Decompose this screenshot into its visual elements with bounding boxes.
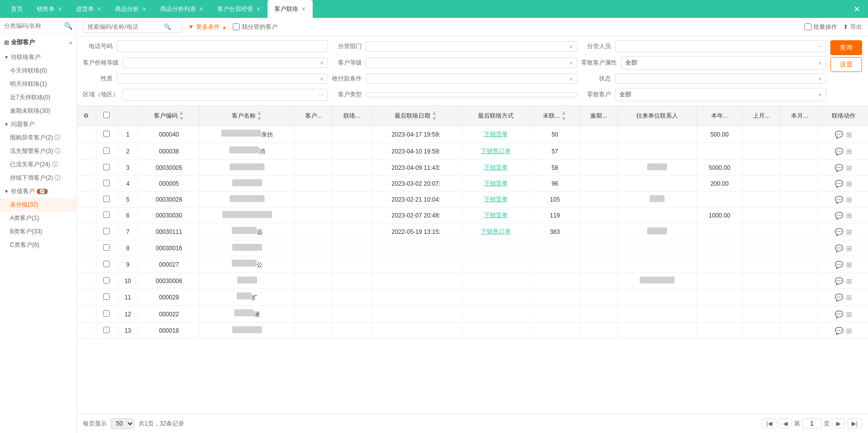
contact-method-link[interactable]: 下销货单 [484,131,508,138]
sidebar-item-tomorrow[interactable]: 明天待联络(1) [0,77,76,91]
batch-operation-btn[interactable]: 批量操作 [804,23,837,31]
sidebar-item-churn-warning[interactable]: 流失预警客户(3) ⓘ [0,144,76,158]
th-contact-action[interactable]: 联络动作 [819,106,868,126]
th-overdue[interactable]: 逾期... [580,106,618,126]
sidebar-item-churned[interactable]: 已流失客户(24) ⓘ [0,158,76,171]
sidebar-section-problem[interactable]: ▼ 问题客户 [0,118,76,131]
select-all-checkbox[interactable] [103,112,110,118]
th-customer-type[interactable]: 客户... [294,106,333,126]
th-last-contact-method[interactable]: 最后联络方式 [461,106,530,126]
td-checkbox[interactable] [96,143,117,160]
row-checkbox[interactable] [103,147,110,154]
prev-page-btn[interactable]: ◀ [779,419,792,429]
sidebar-item-class-c[interactable]: C类客户(6) [0,238,76,252]
comment-icon[interactable]: 💬 [835,277,843,285]
th-last-contact-date[interactable]: 最后联络日期 ▲▼ [371,106,461,126]
window-close-button[interactable]: ✕ [850,4,864,14]
row-checkbox[interactable] [103,310,110,317]
contact-method-link[interactable]: 下销货单 [484,196,508,203]
th-checkbox[interactable] [96,106,117,126]
contact-method-link[interactable]: 下销货单 [484,180,508,187]
td-checkbox[interactable] [96,323,117,339]
row-checkbox[interactable] [103,327,110,333]
td-checkbox[interactable] [96,240,117,256]
last-page-btn[interactable]: ▶| [847,419,862,429]
tab-purchase[interactable]: 进货单 ✕ [69,0,108,18]
reset-button[interactable]: 设置 [830,57,862,72]
filter-search-input[interactable] [87,23,162,30]
tab-home[interactable]: 首页 [4,0,30,18]
sidebar-item-declining[interactable]: 持续下滑客户(2) ⓘ [0,171,76,185]
tab-close-product-analysis[interactable]: ✕ [142,6,146,12]
td-checkbox[interactable] [96,208,117,223]
filter-my-customers-checkbox[interactable]: 我分管的客户 [233,23,277,31]
query-button[interactable]: 查询 [830,40,862,55]
row-checkbox[interactable] [103,293,110,300]
filter-search-box[interactable]: 🔍 [83,21,182,33]
td-checkbox[interactable] [96,176,117,192]
status-select[interactable]: ∨ [615,73,826,84]
tab-product-analysis[interactable]: 商品分析 ✕ [108,0,153,18]
more-icon[interactable]: ⊞ [846,277,852,285]
sidebar-section-pending[interactable]: ▼ 待联络客户 [0,51,76,64]
td-checkbox[interactable] [96,126,117,143]
more-icon[interactable]: ⊞ [846,327,852,335]
sidebar-all-customers[interactable]: ⊞ 全部客户 « [0,34,76,51]
sidebar-item-ungrouped[interactable]: 未分组(32) [0,198,76,212]
comment-icon[interactable]: 💬 [835,196,843,204]
scatter-customer-select[interactable]: 全部 ∨ [615,88,826,101]
tab-close-product-list[interactable]: ✕ [199,6,203,12]
td-checkbox[interactable] [96,289,117,306]
dept-select[interactable]: ∨ [366,41,577,52]
more-icon[interactable]: ⊞ [846,164,852,172]
row-checkbox[interactable] [103,180,110,186]
more-icon[interactable]: ⊞ [846,212,852,219]
comment-icon[interactable]: 💬 [835,131,843,139]
tab-close-customer-strat[interactable]: ✕ [256,6,261,12]
sidebar-item-abnormal[interactable]: 囤购异常客户(2) ⓘ [0,131,76,144]
sidebar-item-class-a[interactable]: A类客户(1) [0,212,76,225]
scatter-attr-select[interactable]: 全部 ∨ [621,56,826,70]
export-btn[interactable]: ⬆ 导出 [843,23,862,31]
my-customers-check[interactable] [233,23,240,30]
sidebar-item-today[interactable]: 今天待联络(0) [0,64,76,77]
tab-close-sales[interactable]: ✕ [58,6,62,12]
th-this-year[interactable]: 本年... [697,106,742,126]
td-checkbox[interactable] [96,256,117,273]
more-icon[interactable]: ⊞ [846,180,852,188]
sidebar-section-value[interactable]: ▼ 价值客户 🔄 [0,185,76,198]
filter-search-icon[interactable]: 🔍 [164,23,171,30]
row-checkbox[interactable] [103,164,110,170]
tab-close-purchase[interactable]: ✕ [97,6,101,12]
batch-check[interactable] [804,23,811,30]
sidebar-search-icon[interactable]: 🔍 [64,22,72,30]
comment-icon[interactable]: 💬 [835,310,843,318]
more-icon[interactable]: ⊞ [846,228,852,236]
row-checkbox[interactable] [103,212,110,218]
row-checkbox[interactable] [103,196,110,202]
manager-input[interactable]: ··· [615,40,826,52]
td-checkbox[interactable] [96,160,117,176]
row-checkbox[interactable] [103,244,110,251]
contact-method-link[interactable]: 下销货单 [484,212,508,218]
per-page-select[interactable]: 50 [111,418,134,429]
more-icon[interactable]: ⊞ [846,196,852,204]
tab-close-customer-contact[interactable]: ✕ [301,6,306,12]
sidebar-collapse-btn[interactable]: « [69,39,72,46]
customer-level-select[interactable]: ∨ [366,58,577,68]
sidebar-item-class-b[interactable]: B类客户(33) [0,225,76,238]
comment-icon[interactable]: 💬 [835,327,843,335]
comment-icon[interactable]: 💬 [835,164,843,172]
payment-select[interactable]: ∨ [366,73,577,84]
th-this-month[interactable]: 本月... [781,106,819,126]
next-page-btn[interactable]: ▶ [832,419,845,429]
comment-icon[interactable]: 💬 [835,212,843,219]
td-checkbox[interactable] [96,192,117,208]
comment-icon[interactable]: 💬 [835,147,843,155]
th-settings[interactable]: ⚙ [77,106,96,126]
sidebar-search-box[interactable]: 🔍 [0,18,76,34]
contact-method-link[interactable]: 下销售订单 [481,147,511,154]
sidebar-item-overdue[interactable]: 逾期未联络(30) [0,104,76,118]
tab-customer-stratification[interactable]: 客户分层经营 ✕ [210,0,267,18]
th-no-contact[interactable]: 未联... ▲▼ [530,106,580,126]
